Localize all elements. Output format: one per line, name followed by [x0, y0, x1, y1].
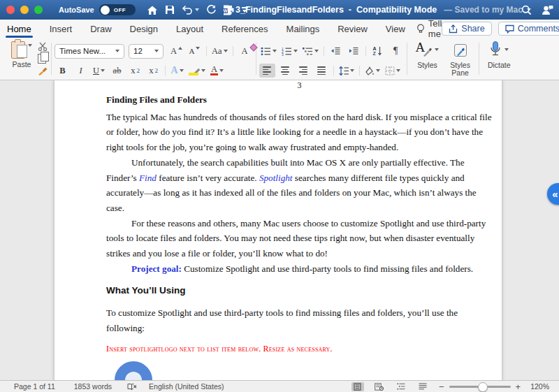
- text-effects-button[interactable]: A: [169, 64, 185, 78]
- close-window-button[interactable]: [6, 6, 15, 14]
- home-icon[interactable]: [147, 5, 158, 15]
- borders-button[interactable]: [384, 64, 402, 78]
- zoom-level[interactable]: 120%: [530, 382, 549, 391]
- redo-icon[interactable]: [206, 5, 217, 15]
- increase-indent-button[interactable]: [346, 44, 362, 58]
- saved-status[interactable]: — Saved to my Mac: [444, 5, 523, 15]
- zoom-in-button[interactable]: +: [516, 382, 521, 392]
- paste-dropdown-icon[interactable]: [28, 44, 32, 47]
- doc-title: 3_FindingFilesandFolders: [235, 5, 344, 15]
- zoom-controls: − +: [439, 382, 521, 392]
- shading-button[interactable]: [363, 64, 382, 78]
- feedback-icon[interactable]: [542, 5, 553, 15]
- clipboard-group: Paste: [0, 38, 48, 80]
- styles-pane-button[interactable]: StylesPane: [444, 38, 476, 80]
- comments-label: Comments: [518, 24, 559, 34]
- doc-paragraph: The typical Mac has hundreds of thousand…: [106, 110, 493, 155]
- comments-button[interactable]: Comments: [498, 22, 559, 36]
- format-painter-icon[interactable]: [38, 66, 48, 75]
- clear-formatting-button[interactable]: A: [237, 44, 253, 58]
- text-run: Customize Spotlight and use third-party …: [182, 263, 473, 274]
- sort-button[interactable]: AZ: [370, 44, 386, 58]
- font-name-select[interactable]: Times New...: [55, 44, 124, 59]
- dictate-button[interactable]: Dictate: [482, 38, 516, 80]
- document-body: Finding Files and FoldersThe typical Mac…: [106, 92, 493, 356]
- paste-clipboard-icon: [11, 41, 25, 59]
- draft-view-button[interactable]: [416, 382, 429, 391]
- undo-dropdown-icon[interactable]: [195, 8, 199, 11]
- paragraph-group: 123 AZ ¶: [259, 38, 404, 80]
- save-icon[interactable]: [165, 5, 175, 15]
- styles-button[interactable]: A Styles: [410, 38, 445, 80]
- font-color-button[interactable]: A: [209, 64, 225, 78]
- copy-icon[interactable]: [38, 54, 46, 64]
- paste-button[interactable]: Paste: [6, 38, 38, 80]
- spotlight-logo-image[interactable]: [115, 361, 152, 381]
- tab-view[interactable]: View: [386, 21, 405, 37]
- superscript-button[interactable]: x2: [145, 64, 161, 78]
- show-paragraph-marks-button[interactable]: ¶: [388, 44, 404, 58]
- highlight-color-button[interactable]: [187, 64, 207, 78]
- font-size-select[interactable]: 12: [129, 44, 164, 59]
- align-center-button[interactable]: [277, 64, 293, 78]
- zoom-slider-handle[interactable]: [478, 382, 488, 392]
- tab-layout[interactable]: Layout: [176, 21, 203, 37]
- print-layout-view-button[interactable]: [351, 382, 364, 391]
- proofing-status-icon[interactable]: [127, 383, 137, 391]
- titlebar-right-icons: [521, 0, 553, 20]
- outline-view-button[interactable]: [395, 382, 407, 391]
- text-run: feature isn’t very accurate.: [157, 173, 259, 183]
- doc-paragraph: Unfortunately, the search capabilities b…: [106, 155, 493, 216]
- align-left-button[interactable]: [259, 64, 275, 78]
- share-button[interactable]: Share: [442, 22, 491, 36]
- tell-me[interactable]: Tell me: [416, 18, 442, 39]
- change-case-button[interactable]: Aa: [210, 44, 229, 58]
- multilevel-list-button[interactable]: [301, 44, 320, 58]
- search-icon[interactable]: [521, 5, 532, 15]
- page-count-status[interactable]: Page 1 of 11: [14, 382, 55, 391]
- italic-button[interactable]: I: [73, 64, 89, 78]
- title-separator: -: [349, 5, 351, 15]
- undo-icon[interactable]: [182, 5, 199, 15]
- minimize-window-button[interactable]: [20, 6, 29, 14]
- styles-label: Styles: [417, 61, 437, 69]
- align-right-button[interactable]: [296, 64, 312, 78]
- bullets-button[interactable]: [259, 44, 278, 58]
- grow-font-button[interactable]: A: [168, 44, 184, 58]
- numbering-button[interactable]: 123: [280, 44, 299, 58]
- decrease-indent-button[interactable]: [328, 44, 344, 58]
- word-count-status[interactable]: 1853 words: [74, 382, 112, 391]
- document-page[interactable]: 3 Finding Files and FoldersThe typical M…: [55, 80, 502, 381]
- web-layout-view-button[interactable]: [373, 382, 386, 391]
- strikethrough-button[interactable]: ab: [109, 64, 125, 78]
- svg-text:W: W: [224, 8, 228, 13]
- language-status[interactable]: English (United States): [149, 382, 224, 391]
- underline-button[interactable]: U: [91, 64, 107, 78]
- tab-home[interactable]: Home: [7, 21, 31, 37]
- zoom-slider[interactable]: [449, 386, 511, 388]
- bold-button[interactable]: B: [55, 64, 71, 78]
- share-label: Share: [461, 24, 484, 34]
- tab-design[interactable]: Design: [130, 21, 158, 37]
- doc-paragraph: For these reasons and others, many Mac u…: [106, 216, 493, 261]
- styles-dropdown-icon[interactable]: [435, 48, 439, 51]
- tab-draw[interactable]: Draw: [90, 21, 111, 37]
- tab-insert[interactable]: Insert: [50, 21, 73, 37]
- shrink-font-button[interactable]: A: [187, 44, 203, 58]
- line-spacing-button[interactable]: [337, 64, 356, 78]
- comment-icon: [505, 24, 514, 34]
- tab-mailings[interactable]: Mailings: [286, 21, 320, 37]
- tab-references[interactable]: References: [222, 21, 268, 37]
- dictate-dropdown-icon[interactable]: [504, 48, 509, 51]
- subscript-button[interactable]: x2: [127, 64, 143, 78]
- highlighter-icon: [189, 66, 200, 75]
- tab-review[interactable]: Review: [337, 21, 368, 37]
- justify-button[interactable]: [314, 64, 330, 78]
- zoom-out-button[interactable]: −: [439, 382, 444, 392]
- doc-annotation-red: Insert spotlightlogo next to list item b…: [106, 342, 493, 357]
- zoom-window-button[interactable]: [34, 6, 43, 14]
- doc-paragraph: To customize Spotlight and use third-par…: [106, 305, 493, 335]
- cut-icon[interactable]: [38, 42, 48, 51]
- autosave-toggle[interactable]: OFF: [99, 4, 136, 15]
- text-run: Spotlight: [259, 173, 293, 183]
